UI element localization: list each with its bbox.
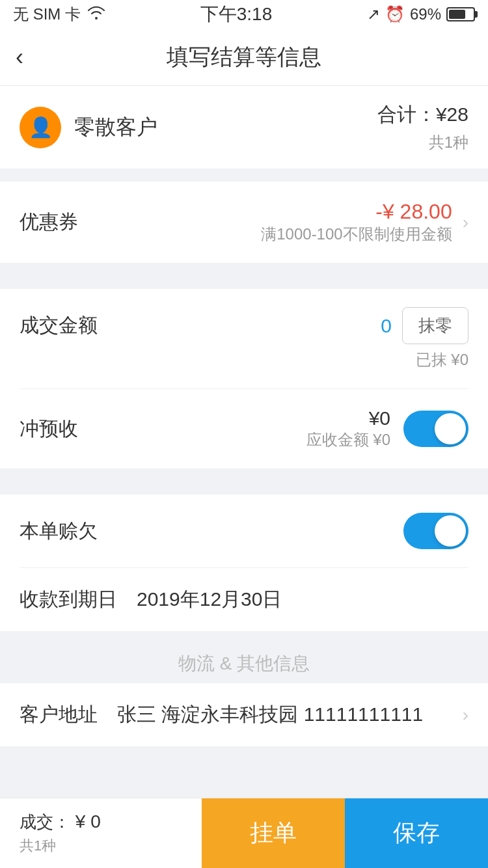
- credit-label: 本单赊欠: [20, 518, 98, 545]
- prepay-receivable: 应收金额 ¥0: [306, 429, 390, 450]
- customer-left: 👤 零散客户: [20, 107, 157, 148]
- bottom-info: 成交： ¥ 0 共1种: [0, 811, 202, 856]
- customer-section: 👤 零散客户 合计：¥28 共1种: [0, 86, 488, 169]
- address-label: 客户地址: [20, 701, 98, 728]
- save-button[interactable]: 保存: [345, 798, 488, 869]
- moling-button[interactable]: 抹零: [402, 307, 468, 344]
- section-gap-2: [0, 481, 488, 495]
- deal-amount-right: 0 抹零: [381, 307, 468, 344]
- status-left: 无 SIM 卡: [13, 4, 105, 25]
- credit-section: 本单赊欠 收款到期日 2019年12月30日: [0, 495, 488, 631]
- prepay-toggle[interactable]: [403, 411, 468, 447]
- section-gap-1: [0, 276, 488, 289]
- address-value: 张三 海淀永丰科技园 11111111111: [117, 701, 423, 728]
- credit-row: 本单赊欠: [0, 495, 488, 567]
- deal-amount-section: 成交金额 0 抹零 已抹 ¥0 冲预收 ¥0 应收金额 ¥0: [0, 289, 488, 468]
- address-row[interactable]: 客户地址 张三 海淀永丰科技园 11111111111 ›: [0, 683, 488, 746]
- address-chevron-icon: ›: [463, 705, 468, 726]
- bottom-deal-label: 成交：: [20, 812, 70, 832]
- battery-icon: [446, 7, 475, 21]
- due-date-label: 收款到期日: [20, 586, 117, 613]
- bottom-deal-amount: ¥ 0: [75, 811, 101, 832]
- chevron-icon: ›: [463, 212, 468, 233]
- alarm-icon: ⏰: [385, 5, 405, 23]
- prepay-label: 冲预收: [20, 416, 78, 442]
- toggle-knob: [435, 413, 466, 444]
- address-section[interactable]: 客户地址 张三 海淀永丰科技园 11111111111 ›: [0, 683, 488, 746]
- pending-button[interactable]: 挂单: [202, 798, 345, 869]
- coupon-label: 优惠券: [20, 209, 78, 236]
- bottom-deal-row: 成交： ¥ 0: [20, 811, 182, 834]
- logistics-divider: 物流 & 其他信息: [0, 644, 488, 683]
- prepay-values: ¥0 应收金额 ¥0: [306, 407, 390, 450]
- coupon-right: -¥ 28.00 满1000-100不限制使用金额 ›: [261, 200, 468, 245]
- page-title: 填写结算等信息: [167, 42, 321, 72]
- carrier-label: 无 SIM 卡: [13, 4, 81, 25]
- wifi-icon: [87, 5, 105, 23]
- coupon-section[interactable]: 优惠券 -¥ 28.00 满1000-100不限制使用金额 ›: [0, 182, 488, 263]
- total-amount: 合计：¥28: [377, 102, 468, 128]
- customer-right: 合计：¥28 共1种: [377, 102, 468, 153]
- prepay-row: 冲预收 ¥0 应收金额 ¥0: [0, 389, 488, 468]
- due-date-value: 2019年12月30日: [137, 586, 282, 613]
- deal-amount-label: 成交金额: [20, 312, 98, 339]
- avatar: 👤: [20, 107, 61, 148]
- deal-amount-top: 成交金额 0 抹零: [20, 307, 468, 344]
- nav-bar: ‹ 填写结算等信息: [0, 29, 488, 86]
- content: 👤 零散客户 合计：¥28 共1种 优惠券 -¥ 28.00 满1000-100…: [0, 86, 488, 837]
- battery-percent: 69%: [410, 5, 441, 23]
- status-time: 下午3:18: [200, 2, 273, 27]
- prepay-right: ¥0 应收金额 ¥0: [306, 407, 468, 450]
- bottom-count: 共1种: [20, 836, 182, 856]
- deal-amount-row: 成交金额 0 抹零 已抹 ¥0: [0, 289, 488, 388]
- back-button[interactable]: ‹: [16, 44, 23, 71]
- credit-toggle[interactable]: [403, 513, 468, 549]
- coupon-right-inner: -¥ 28.00 满1000-100不限制使用金额: [261, 200, 452, 245]
- bottom-bar: 成交： ¥ 0 共1种 挂单 保存: [0, 798, 488, 868]
- prepay-amount: ¥0: [306, 407, 390, 429]
- credit-toggle-knob: [435, 515, 466, 547]
- address-left: 客户地址 张三 海淀永丰科技园 11111111111: [20, 701, 423, 728]
- coupon-discount: -¥ 28.00: [261, 200, 452, 224]
- total-count: 共1种: [377, 132, 468, 153]
- location-icon: ↗: [367, 5, 380, 23]
- deal-amount-sub: 已抹 ¥0: [20, 349, 468, 370]
- status-bar: 无 SIM 卡 下午3:18 ↗ ⏰ 69%: [0, 0, 488, 29]
- due-date-row: 收款到期日 2019年12月30日: [0, 568, 488, 631]
- coupon-description: 满1000-100不限制使用金额: [261, 224, 452, 245]
- customer-row: 👤 零散客户 合计：¥28 共1种: [0, 86, 488, 169]
- logistics-label: 物流 & 其他信息: [178, 651, 310, 676]
- status-right: ↗ ⏰ 69%: [367, 5, 475, 23]
- deal-amount-value: 0: [381, 315, 392, 337]
- customer-name: 零散客户: [74, 113, 157, 142]
- avatar-icon: 👤: [29, 116, 53, 139]
- coupon-row[interactable]: 优惠券 -¥ 28.00 满1000-100不限制使用金额 ›: [0, 182, 488, 263]
